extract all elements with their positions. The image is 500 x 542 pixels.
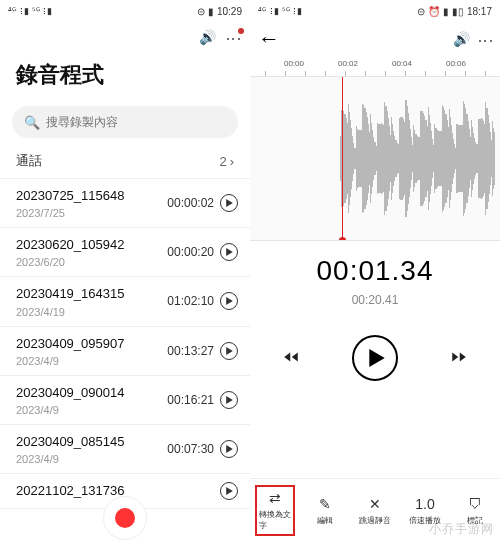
ruler-tick: 00:00 xyxy=(284,59,304,68)
recording-name: 20230419_164315 xyxy=(16,285,167,303)
action-icon: ⇄ xyxy=(269,490,281,506)
recording-duration: 00:00:20 xyxy=(167,245,214,259)
rewind-button[interactable] xyxy=(282,348,300,369)
category-label: 通話 xyxy=(16,152,42,170)
action-icon: ✎ xyxy=(319,496,331,512)
recording-name: 20230409_085145 xyxy=(16,433,167,451)
recording-name: 20230409_090014 xyxy=(16,384,167,402)
recording-row[interactable]: 20230725_1156482023/7/2500:00:02 xyxy=(0,179,250,228)
recording-date: 2023/7/25 xyxy=(16,207,167,219)
ruler-tick: 00:02 xyxy=(338,59,358,68)
recording-duration: 00:07:30 xyxy=(167,442,214,456)
recording-date: 2023/4/9 xyxy=(16,355,167,367)
watermark: 小乔手游网 xyxy=(429,521,494,538)
volume-icon[interactable]: 🔊 xyxy=(453,31,470,47)
recording-date: 2023/6/20 xyxy=(16,256,167,268)
search-box[interactable]: 🔍 xyxy=(12,106,238,138)
volume-icon[interactable]: 🔊 xyxy=(199,29,216,45)
record-button[interactable] xyxy=(103,496,147,540)
category-row[interactable]: 通話 2 › xyxy=(0,146,250,179)
play-icon[interactable] xyxy=(220,482,238,500)
notification-dot xyxy=(238,28,244,34)
more-menu-icon[interactable]: ⋮ xyxy=(476,32,495,46)
vibrate-icon: ▮ xyxy=(208,6,214,17)
recording-name: 20230620_105942 xyxy=(16,236,167,254)
recording-duration: 01:02:10 xyxy=(167,294,214,308)
recording-duration: 00:16:21 xyxy=(167,393,214,407)
battery-icon: ▮▯ xyxy=(452,6,464,17)
playback-toolbar: ← 🔊 ⋮ xyxy=(250,22,500,56)
sim2-icon: ⁵ᴳ ⫶▮ xyxy=(32,6,53,16)
recording-row[interactable]: 20230620_1059422023/6/2000:00:20 xyxy=(0,228,250,277)
ruler-tick: 00:06 xyxy=(446,59,466,68)
transport-controls xyxy=(250,311,500,381)
recordings-list[interactable]: 20230725_1156482023/7/2500:00:0220230620… xyxy=(0,179,250,542)
sim1-icon: ⁴ᴳ ⫶▮ xyxy=(8,6,29,16)
dnd-icon: ⊝ xyxy=(197,6,205,17)
play-icon[interactable] xyxy=(220,194,238,212)
action-icon: ✕ xyxy=(369,496,381,512)
record-icon xyxy=(115,508,135,528)
recording-date: 2023/4/9 xyxy=(16,404,167,416)
recording-duration: 00:13:27 xyxy=(167,344,214,358)
action-icon: 1.0 xyxy=(415,496,434,512)
action-label: 轉換為文字 xyxy=(259,509,291,531)
recorder-list-screen: ⁴ᴳ ⫶▮ ⁵ᴳ ⫶▮ ⊝ ▮ 10:29 🔊 ⋮ 錄音程式 🔍 通話 2 › … xyxy=(0,0,250,542)
action-label: 編輯 xyxy=(317,515,333,526)
play-button[interactable] xyxy=(352,335,398,381)
recording-date: 2023/4/9 xyxy=(16,453,167,465)
playhead-handle[interactable] xyxy=(339,237,346,241)
recording-row[interactable]: 20230409_0900142023/4/900:16:21 xyxy=(0,376,250,425)
recording-row[interactable]: 20230409_0959072023/4/900:13:27 xyxy=(0,327,250,376)
status-time: 10:29 xyxy=(217,6,242,17)
recording-name: 20230725_115648 xyxy=(16,187,167,205)
alarm-icon: ⏰ xyxy=(428,6,440,17)
sim2-icon: ⁵ᴳ ⫶▮ xyxy=(282,6,303,16)
recording-duration: 00:00:02 xyxy=(167,196,214,210)
action-1[interactable]: ✎編輯 xyxy=(305,493,345,529)
dnd-icon: ⊝ xyxy=(417,6,425,17)
recording-date: 2023/4/19 xyxy=(16,306,167,318)
action-2[interactable]: ✕跳過靜音 xyxy=(355,493,395,529)
category-count: 2 › xyxy=(219,154,234,169)
status-bar: ⁴ᴳ ⫶▮ ⁵ᴳ ⫶▮ ⊝ ▮ 10:29 xyxy=(0,0,250,22)
toolbar: 🔊 ⋮ xyxy=(0,22,250,52)
current-time: 00:01.34 xyxy=(250,255,500,287)
forward-button[interactable] xyxy=(450,348,468,369)
search-input[interactable] xyxy=(46,115,226,129)
time-ruler[interactable]: 00:0000:0200:0400:06 xyxy=(250,56,500,76)
playhead-line xyxy=(342,77,343,240)
action-icon: ⛉ xyxy=(468,496,482,512)
time-display: 00:01.34 00:20.41 xyxy=(250,241,500,311)
play-icon[interactable] xyxy=(220,440,238,458)
play-icon[interactable] xyxy=(220,342,238,360)
status-bar: ⁴ᴳ ⫶▮ ⁵ᴳ ⫶▮ ⊝ ⏰ ▮ ▮▯ 18:17 xyxy=(250,0,500,22)
chevron-right-icon: › xyxy=(230,154,234,169)
page-title: 錄音程式 xyxy=(0,52,250,102)
search-icon: 🔍 xyxy=(24,115,40,130)
recording-row[interactable]: 20230409_0851452023/4/900:07:30 xyxy=(0,425,250,474)
vibrate-icon: ▮ xyxy=(443,6,449,17)
status-time: 18:17 xyxy=(467,6,492,17)
play-icon[interactable] xyxy=(220,243,238,261)
recording-row[interactable]: 20230419_1643152023/4/1901:02:10 xyxy=(0,277,250,326)
action-0[interactable]: ⇄轉換為文字 xyxy=(255,485,295,536)
total-time: 00:20.41 xyxy=(250,293,500,307)
ruler-tick: 00:04 xyxy=(392,59,412,68)
recording-name: 20230409_095907 xyxy=(16,335,167,353)
waveform[interactable] xyxy=(250,76,500,241)
action-label: 跳過靜音 xyxy=(359,515,391,526)
play-icon[interactable] xyxy=(220,391,238,409)
sim1-icon: ⁴ᴳ ⫶▮ xyxy=(258,6,279,16)
back-icon[interactable]: ← xyxy=(258,26,280,52)
play-icon[interactable] xyxy=(220,292,238,310)
recorder-playback-screen: ⁴ᴳ ⫶▮ ⁵ᴳ ⫶▮ ⊝ ⏰ ▮ ▮▯ 18:17 ← 🔊 ⋮ 00:0000… xyxy=(250,0,500,542)
